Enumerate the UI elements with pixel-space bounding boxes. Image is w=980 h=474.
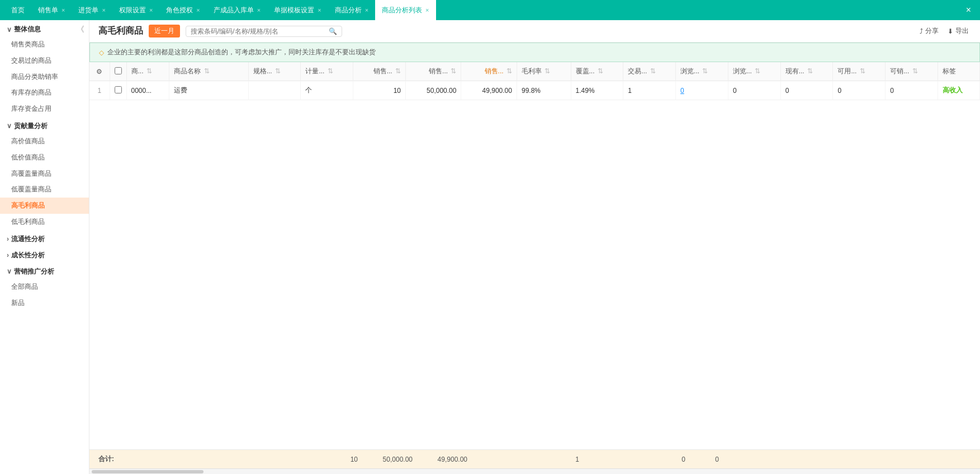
sidebar-item-all-goods[interactable]: 全部商品 — [0, 279, 89, 295]
sidebar-item-high-value[interactable]: 高价值商品 — [0, 133, 89, 149]
export-btn[interactable]: ⬇ 导出 — [945, 25, 971, 37]
col-spec[interactable]: 规格... ⇅ — [248, 62, 301, 81]
sidebar-group-growth[interactable]: › 成长性分析 — [0, 246, 89, 262]
sidebar-item-category-rate[interactable]: 商品分类助销率 — [0, 69, 89, 85]
share-label: 分享 — [925, 26, 939, 36]
sidebar-item-traded-goods[interactable]: 交易过的商品 — [0, 53, 89, 69]
row-seq: 1 — [89, 81, 110, 100]
sidebar-item-stock-capital[interactable]: 库存资金占用 — [0, 101, 89, 117]
col-sales-qty[interactable]: 销售... ⇅ — [353, 62, 406, 81]
row-checkbox[interactable] — [115, 86, 122, 93]
share-btn[interactable]: ⤴ 分享 — [917, 25, 941, 37]
nav-permissions-close[interactable]: × — [149, 7, 153, 13]
nav-template-close[interactable]: × — [318, 7, 321, 13]
nav-product-analysis[interactable]: 商品分析× — [328, 0, 375, 20]
row-sales-cost: 49,900.00 — [461, 81, 517, 100]
row-browse1[interactable]: 0 — [676, 81, 728, 100]
nav-product-analysis-list[interactable]: 商品分析列表× — [375, 0, 435, 20]
nav-template[interactable]: 单据模板设置× — [267, 0, 328, 20]
col-gross-margin[interactable]: 毛利率 ⇅ — [517, 62, 571, 81]
sidebar-item-high-coverage[interactable]: 高覆盖量商品 — [0, 166, 89, 182]
sidebar-group-overview-arrow: ∨ — [7, 26, 12, 34]
col-unit[interactable]: 计量... ⇅ — [301, 62, 353, 81]
sidebar-group-marketing[interactable]: ∨ 营销推广分析 — [0, 262, 89, 279]
col-transactions-sort: ⇅ — [650, 67, 656, 75]
row-checkbox-cell[interactable] — [110, 81, 126, 100]
horizontal-scrollbar[interactable] — [89, 468, 980, 474]
nav-permissions[interactable]: 权限设置× — [112, 0, 159, 20]
product-table: ⚙ 商... ⇅ 商品名称 ⇅ — [89, 62, 980, 100]
table-footer: 合计: 10 50,000.00 49,900.00 1 0 0 — [89, 449, 980, 468]
nav-roles-close[interactable]: × — [196, 7, 200, 13]
col-name[interactable]: 商品名称 ⇅ — [169, 62, 248, 81]
sidebar-item-low-coverage[interactable]: 低覆盖量商品 — [0, 181, 89, 198]
nav-home[interactable]: 首页 — [4, 0, 31, 20]
col-sales-amount-label: 销售... — [429, 67, 448, 75]
col-tag[interactable]: 标签 — [938, 62, 980, 81]
col-saleable[interactable]: 可销... ⇅ — [886, 62, 938, 81]
col-sales-cost-label: 销售... — [485, 67, 504, 75]
sidebar-group-liquidity[interactable]: › 流通性分析 — [0, 230, 89, 246]
select-all-checkbox[interactable] — [115, 67, 122, 74]
nav-product-warehouse[interactable]: 产成品入库单× — [207, 0, 267, 20]
sidebar-item-low-value[interactable]: 低价值商品 — [0, 149, 89, 166]
col-sales-cost[interactable]: 销售... ⇅ — [461, 62, 517, 81]
col-settings[interactable]: ⚙ — [89, 62, 110, 81]
footer-available: 0 — [685, 456, 719, 463]
col-saleable-label: 可销... — [890, 67, 909, 75]
nav-sales[interactable]: 销售单× — [31, 0, 72, 20]
filter-period-btn[interactable]: 近一月 — [149, 25, 180, 37]
sidebar-group-marketing-label: 营销推广分析 — [14, 267, 54, 276]
col-browse2[interactable]: 浏览... ⇅ — [728, 62, 780, 81]
sidebar-collapse-btn[interactable]: 《 — [77, 25, 84, 35]
scrollbar-thumb[interactable] — [92, 470, 203, 473]
col-tag-label: 标签 — [943, 67, 956, 75]
row-current-stock: 0 — [780, 81, 833, 100]
col-available[interactable]: 可用... ⇅ — [833, 62, 886, 81]
share-icon: ⤴ — [920, 27, 923, 35]
nav-product-analysis-list-close[interactable]: × — [425, 7, 429, 13]
col-sales-cost-sort: ⇅ — [506, 67, 512, 75]
settings-icon[interactable]: ⚙ — [96, 68, 102, 76]
nav-product-warehouse-close[interactable]: × — [257, 7, 261, 13]
col-available-label: 可用... — [837, 67, 856, 75]
col-coverage[interactable]: 覆盖... ⇅ — [571, 62, 623, 81]
sidebar-item-new-goods[interactable]: 新品 — [0, 295, 89, 311]
col-transactions-label: 交易... — [628, 67, 647, 75]
nav-product-analysis-close[interactable]: × — [365, 7, 368, 13]
table-wrapper: ⚙ 商... ⇅ 商品名称 ⇅ — [89, 62, 980, 449]
col-spec-sort: ⇅ — [275, 67, 281, 75]
col-current-stock-sort: ⇅ — [807, 67, 813, 75]
search-box: 🔍 — [186, 26, 342, 37]
search-input[interactable] — [191, 27, 329, 35]
content-header: 高毛利商品 近一月 🔍 ⤴ 分享 ⬇ 导出 — [89, 20, 980, 43]
nav-purchase-close[interactable]: × — [102, 7, 105, 13]
sidebar-item-low-margin[interactable]: 低毛利商品 — [0, 214, 89, 230]
sidebar-item-sales-goods[interactable]: 销售类商品 — [0, 36, 89, 53]
col-current-stock[interactable]: 现有... ⇅ — [780, 62, 833, 81]
footer-sales-amount: 50,000.00 — [362, 456, 413, 463]
sidebar-group-overview[interactable]: ∨ 整体信息 — [0, 20, 89, 36]
nav-roles[interactable]: 角色授权× — [159, 0, 206, 20]
row-browse1-link[interactable]: 0 — [680, 87, 684, 95]
col-coverage-sort: ⇅ — [598, 67, 603, 75]
col-saleable-sort: ⇅ — [912, 67, 918, 75]
col-name-label: 商品名称 — [174, 67, 201, 75]
col-checkbox[interactable] — [110, 62, 126, 81]
sidebar-group-contribution[interactable]: ∨ 贡献量分析 — [0, 117, 89, 133]
nav-purchase[interactable]: 进货单× — [72, 0, 112, 20]
sidebar-group-liquidity-arrow: › — [7, 235, 9, 243]
app-close-btn[interactable]: × — [962, 5, 976, 15]
sidebar-item-in-stock[interactable]: 有库存的商品 — [0, 85, 89, 101]
sidebar-item-high-margin[interactable]: 高毛利商品 — [0, 198, 89, 214]
col-transactions[interactable]: 交易... ⇅ — [623, 62, 676, 81]
row-browse2: 0 — [728, 81, 780, 100]
col-name-sort: ⇅ — [204, 67, 210, 75]
header-actions: ⤴ 分享 ⬇ 导出 — [917, 25, 971, 37]
col-code[interactable]: 商... ⇅ — [126, 62, 169, 81]
row-coverage: 1.49% — [571, 81, 623, 100]
col-sales-amount[interactable]: 销售... ⇅ — [405, 62, 461, 81]
col-browse1[interactable]: 浏览... ⇅ — [676, 62, 728, 81]
nav-sales-close[interactable]: × — [61, 7, 65, 13]
search-icon[interactable]: 🔍 — [329, 27, 337, 35]
